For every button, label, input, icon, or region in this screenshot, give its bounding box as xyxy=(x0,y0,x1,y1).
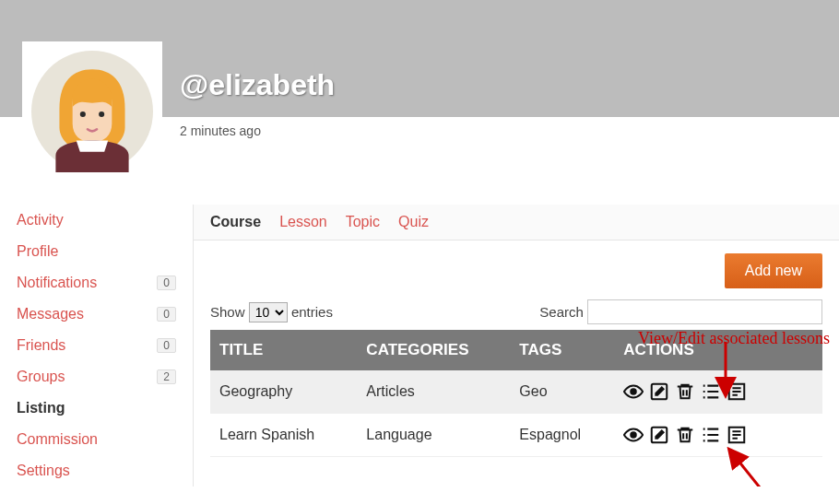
actions-cell xyxy=(623,381,813,402)
last-active: 2 minutes ago xyxy=(180,117,839,138)
show-suffix: entries xyxy=(291,304,333,320)
entries-control: Show 10 entries xyxy=(210,302,333,322)
tab-lesson[interactable]: Lesson xyxy=(279,214,327,230)
sidebar-item-label: Commission xyxy=(17,431,98,448)
cell-tags: Geo xyxy=(510,370,614,414)
sidebar: Activity Profile Notifications0 Messages… xyxy=(0,205,194,486)
sidebar-item-label: Groups xyxy=(17,369,65,385)
sidebar-item-activity[interactable]: Activity xyxy=(0,205,193,236)
svg-point-2 xyxy=(99,111,104,117)
sidebar-item-label: Settings xyxy=(17,463,70,479)
add-new-button[interactable]: Add new xyxy=(725,253,822,288)
svg-point-3 xyxy=(631,389,636,394)
main-panel: Course Lesson Topic Quiz Add new Show 10… xyxy=(194,205,839,486)
eye-icon[interactable] xyxy=(623,425,644,445)
badge: 2 xyxy=(157,369,176,384)
sidebar-item-groups[interactable]: Groups2 xyxy=(0,361,193,393)
tab-topic[interactable]: Topic xyxy=(346,214,380,230)
sidebar-item-friends[interactable]: Friends0 xyxy=(0,330,193,361)
table-row: Geography Articles Geo xyxy=(210,370,822,414)
tab-quiz[interactable]: Quiz xyxy=(398,214,429,230)
trash-icon[interactable] xyxy=(675,425,695,445)
courses-table: TITLE CATEGORIES TAGS ACTIONS Geography … xyxy=(210,330,822,457)
svg-point-6 xyxy=(631,432,636,438)
sidebar-item-messages[interactable]: Messages0 xyxy=(0,299,193,330)
sidebar-item-profile[interactable]: Profile xyxy=(0,236,193,267)
col-title[interactable]: TITLE xyxy=(210,330,357,370)
lessons-list-icon[interactable] xyxy=(701,425,721,445)
sidebar-item-label: Friends xyxy=(17,337,65,354)
edit-icon[interactable] xyxy=(649,381,669,402)
sidebar-item-settings[interactable]: Settings xyxy=(0,455,193,486)
sidebar-item-label: Messages xyxy=(17,306,84,322)
sidebar-item-notifications[interactable]: Notifications0 xyxy=(0,267,193,299)
svg-line-10 xyxy=(734,455,763,486)
badge: 0 xyxy=(157,338,176,353)
sidebar-item-listing[interactable]: Listing xyxy=(0,393,193,424)
col-actions[interactable]: ACTIONS xyxy=(614,330,822,370)
lessons-list-icon[interactable] xyxy=(701,381,721,402)
cell-categories: Articles xyxy=(357,370,510,414)
edit-icon[interactable] xyxy=(649,425,669,445)
profile-header: @elizabeth xyxy=(0,0,839,117)
tab-course[interactable]: Course xyxy=(210,214,261,230)
show-prefix: Show xyxy=(210,304,245,320)
col-tags[interactable]: TAGS xyxy=(510,330,614,370)
quizzes-list-icon[interactable] xyxy=(727,381,747,402)
search-input[interactable] xyxy=(587,299,822,324)
cell-title: Learn Spanish xyxy=(210,414,357,457)
cell-title: Geography xyxy=(210,370,357,414)
trash-icon[interactable] xyxy=(675,381,695,402)
actions-cell xyxy=(623,425,813,445)
sidebar-item-label: Profile xyxy=(17,243,58,260)
sidebar-item-commission[interactable]: Commission xyxy=(0,424,193,455)
entries-select[interactable]: 10 xyxy=(249,302,288,322)
username: @elizabeth xyxy=(180,68,335,102)
eye-icon[interactable] xyxy=(623,381,644,402)
quizzes-list-icon[interactable] xyxy=(727,425,747,445)
cell-categories: Language xyxy=(357,414,510,457)
sidebar-item-label: Listing xyxy=(17,400,65,416)
tabs: Course Lesson Topic Quiz xyxy=(194,205,839,240)
table-row: Learn Spanish Language Espagnol xyxy=(210,414,822,457)
avatar xyxy=(22,41,162,182)
sidebar-item-label: Activity xyxy=(17,212,64,229)
search-label: Search xyxy=(539,304,584,320)
cell-tags: Espagnol xyxy=(510,414,614,457)
sidebar-item-label: Notifications xyxy=(17,275,97,291)
badge: 0 xyxy=(157,307,176,322)
col-categories[interactable]: CATEGORIES xyxy=(357,330,510,370)
search-control: Search xyxy=(539,299,822,324)
svg-point-1 xyxy=(80,111,86,117)
badge: 0 xyxy=(157,275,176,290)
